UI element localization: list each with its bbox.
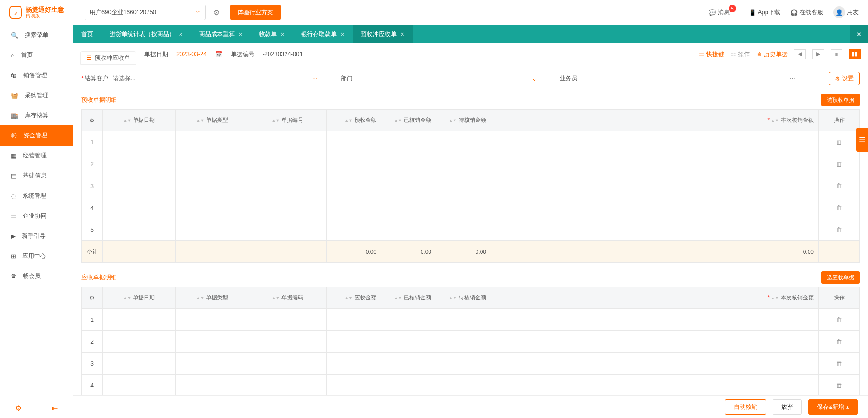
- trash-icon[interactable]: 🗑: [836, 204, 842, 211]
- trash-icon[interactable]: 🗑: [836, 139, 842, 146]
- more-icon[interactable]: ⋯: [789, 75, 796, 82]
- tab-cost-recalc[interactable]: 商品成本重算✕: [191, 25, 251, 43]
- tab-home[interactable]: 首页: [73, 25, 101, 43]
- table-row[interactable]: 2🗑: [82, 153, 860, 175]
- side-drawer-handle[interactable]: ☰: [856, 128, 868, 152]
- receivable-section-title: 应收单据明细: [81, 273, 117, 282]
- dept-field: 部门 ⌄: [341, 73, 537, 84]
- more-icon[interactable]: ⋯: [311, 75, 318, 82]
- sort-icon[interactable]: ▲▼: [272, 119, 280, 122]
- sort-icon[interactable]: ▲▼: [449, 297, 457, 299]
- sort-icon[interactable]: ▲▼: [394, 297, 402, 299]
- user-menu[interactable]: 👤 用友: [833, 6, 859, 18]
- sort-icon[interactable]: ▲▼: [123, 119, 132, 122]
- trash-icon[interactable]: 🗑: [836, 161, 842, 167]
- doc-date-value[interactable]: 2023-03-24: [176, 51, 207, 57]
- save-new-button[interactable]: 保存&新增 ▴: [808, 399, 858, 415]
- customer-service-link[interactable]: 🎧 在线客服: [790, 8, 823, 16]
- nav-basic[interactable]: ▤基础信息: [0, 166, 73, 186]
- sort-icon[interactable]: ▲▼: [344, 119, 353, 122]
- table-row[interactable]: 4🗑: [82, 375, 860, 397]
- nav-sales[interactable]: 🛍销售管理: [0, 65, 73, 85]
- operation-icon: ▦: [11, 152, 16, 159]
- nav-operation[interactable]: ▦经营管理: [0, 146, 73, 166]
- prev-doc[interactable]: ◀: [794, 49, 806, 59]
- page-settings-button[interactable]: ⚙ 设置: [829, 72, 860, 85]
- gear-icon[interactable]: ⚙: [211, 8, 222, 17]
- messages-link[interactable]: 💬 消息 5: [709, 8, 739, 16]
- view-list[interactable]: ≡: [831, 49, 842, 59]
- collapse-icon[interactable]: ⇤: [52, 404, 58, 413]
- sort-icon[interactable]: ▲▼: [123, 297, 132, 299]
- close-icon[interactable]: ✕: [281, 31, 285, 37]
- sort-icon[interactable]: ▲▼: [449, 119, 457, 122]
- tab-receipt[interactable]: 收款单✕: [251, 25, 293, 43]
- tab-bank[interactable]: 银行存取款单✕: [293, 25, 353, 43]
- tenant-select[interactable]: 用户690企业1660120750 ﹀: [85, 5, 206, 20]
- table-row[interactable]: 5🗑: [82, 219, 860, 241]
- table-row[interactable]: 3🗑: [82, 175, 860, 197]
- trash-icon[interactable]: 🗑: [836, 338, 842, 345]
- sort-icon[interactable]: ▲▼: [394, 119, 402, 122]
- close-icon[interactable]: ✕: [238, 31, 243, 37]
- trash-icon[interactable]: 🗑: [836, 183, 842, 189]
- sort-icon[interactable]: ▲▼: [196, 297, 205, 299]
- dept-input[interactable]: [357, 73, 535, 84]
- table-row[interactable]: 4🗑: [82, 197, 860, 219]
- sort-icon[interactable]: ▲▼: [272, 297, 280, 299]
- doc-sub-tab[interactable]: ☰ 预收冲应收单: [80, 51, 136, 65]
- gear-icon[interactable]: ⚙: [90, 295, 95, 301]
- select-receivable-button[interactable]: 选应收单据: [821, 271, 860, 284]
- history-link[interactable]: 🗎 历史单据: [756, 50, 788, 58]
- nav-apps[interactable]: ⊞应用中心: [0, 246, 73, 266]
- trial-plan-button[interactable]: 体验行业方案: [230, 5, 281, 20]
- tab-offset[interactable]: 预收冲应收单✕: [353, 25, 413, 43]
- biz-input[interactable]: [582, 73, 783, 84]
- nav-home[interactable]: ⌂首页: [0, 45, 73, 65]
- settings-icon[interactable]: ⚙: [15, 404, 21, 413]
- vip-icon: ♛: [11, 273, 16, 280]
- nav-vip[interactable]: ♛畅会员: [0, 266, 73, 286]
- app-download-link[interactable]: 📱 App下载: [749, 8, 780, 16]
- trash-icon[interactable]: 🗑: [836, 360, 842, 367]
- close-all-tabs[interactable]: ✕: [850, 25, 868, 43]
- nav-system[interactable]: ◌系统管理: [0, 186, 73, 206]
- close-icon[interactable]: ✕: [400, 31, 404, 37]
- operate-link[interactable]: ☷ 操作: [730, 50, 750, 58]
- shortcut-link[interactable]: ☰ 快捷键: [699, 50, 724, 58]
- top-header: ♪ 畅捷通好生意 精易版 用户690企业1660120750 ﹀ ⚙ 体验行业方…: [0, 0, 868, 25]
- nav-funds[interactable]: ㊖资金管理: [0, 125, 73, 146]
- gear-icon[interactable]: ⚙: [90, 117, 95, 124]
- table-row[interactable]: 1🗑: [82, 309, 860, 331]
- chevron-down-icon[interactable]: ⌄: [532, 75, 537, 82]
- select-prepay-button[interactable]: 选预收单据: [821, 94, 860, 106]
- discard-button[interactable]: 放弃: [773, 399, 802, 415]
- nav-inventory[interactable]: 🏬库存核算: [0, 105, 73, 125]
- nav-search[interactable]: 🔍搜索菜单: [0, 25, 73, 45]
- nav-collab[interactable]: ☰企业协同: [0, 206, 73, 226]
- table-row[interactable]: 1🗑: [82, 131, 860, 153]
- trash-icon[interactable]: 🗑: [836, 382, 842, 389]
- next-doc[interactable]: ▶: [812, 49, 824, 59]
- sort-icon[interactable]: ▲▼: [771, 297, 779, 299]
- close-icon[interactable]: ✕: [179, 31, 183, 37]
- calendar-icon[interactable]: 📅: [215, 51, 222, 57]
- close-icon[interactable]: ✕: [340, 31, 344, 37]
- auto-offset-button[interactable]: 自动核销: [725, 399, 766, 415]
- nav-guide[interactable]: ▶新手引导: [0, 226, 73, 246]
- content-scroll[interactable]: 预收单据明细 选预收单据 ⚙ ▲▼单据日期 ▲▼单据类型 ▲▼单据编号 ▲▼预收…: [73, 92, 868, 418]
- table-row[interactable]: 3🗑: [82, 353, 860, 375]
- trash-icon[interactable]: 🗑: [836, 316, 842, 323]
- sort-icon[interactable]: ▲▼: [196, 119, 205, 122]
- search-icon: 🔍: [11, 32, 18, 39]
- customer-input[interactable]: [113, 73, 305, 84]
- sort-icon[interactable]: ▲▼: [771, 119, 779, 122]
- tab-purchase-stats[interactable]: 进货单统计表（按商品）✕: [101, 25, 191, 43]
- view-form[interactable]: ▮▮: [849, 49, 861, 59]
- table-row[interactable]: 2🗑: [82, 331, 860, 353]
- biz-field: 业务员 ⋯: [560, 73, 796, 84]
- doc-header-bar: ☰ 预收冲应收单 单据日期 2023-03-24 📅 单据编号 -2023032…: [73, 43, 868, 65]
- sort-icon[interactable]: ▲▼: [344, 297, 353, 299]
- trash-icon[interactable]: 🗑: [836, 226, 842, 233]
- nav-purchase[interactable]: 🧺采购管理: [0, 85, 73, 105]
